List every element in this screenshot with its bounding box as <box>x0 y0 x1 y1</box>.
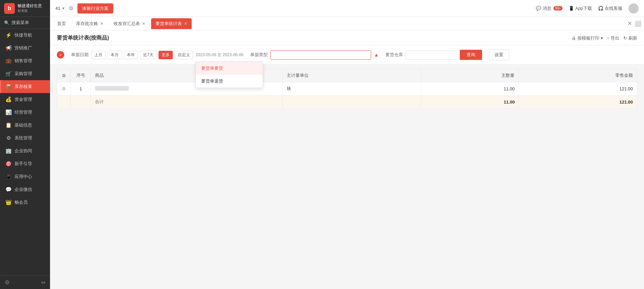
tab-close-inventory-batch[interactable]: ✕ <box>100 21 103 26</box>
row-seq: 1 <box>71 82 91 95</box>
sidebar-icon-quick-nav: ⚡ <box>5 32 12 38</box>
settings-icon[interactable]: ⚙ <box>5 279 9 286</box>
topbar: 41 ▾ ⚙ 体验行业方案 💬 消息 99+ 📱 App下载 🎧 在线客服 <box>50 0 644 17</box>
topbar-account: 41 ▾ <box>55 6 65 11</box>
sidebar-item-quick-nav[interactable]: ⚡ 快捷导航 <box>0 29 50 42</box>
online-service-btn[interactable]: 🎧 在线客服 <box>598 5 622 12</box>
warehouse-input[interactable] <box>406 50 469 60</box>
main-content: 41 ▾ ⚙ 体验行业方案 💬 消息 99+ 📱 App下载 🎧 在线客服 <box>50 0 644 289</box>
table-container: ⚙ 序号 商品 主计量单位 主数量 零售金额 ⚙ 1 块 11.00 121.0… <box>50 65 644 113</box>
sidebar-icon-basic-info: 📋 <box>5 122 12 128</box>
account-dropdown-icon[interactable]: ▾ <box>62 6 65 11</box>
date-label: 单据日期 <box>71 52 89 58</box>
sidebar-label-system: 系统管理 <box>15 135 32 141</box>
filter-settings-btn[interactable]: 设置 <box>489 49 509 60</box>
app-logo-icon: b <box>4 3 15 14</box>
filter-expand-btn[interactable]: » <box>57 51 64 59</box>
date-range: 2023-05-06 至 2023-06-06 <box>196 52 243 58</box>
tab-close-receive-summary[interactable]: ✕ <box>142 21 145 26</box>
sidebar-label-marketing: 营销推广 <box>15 45 32 51</box>
page-actions: 🖨 按模板打印 ▾ ↑ 导出 ↻ 刷新 <box>572 35 638 41</box>
row-quantity: 11.00 <box>421 82 519 95</box>
tab-close-order-stats[interactable]: ✕ <box>184 21 187 26</box>
sidebar-item-finance[interactable]: 💰 资金管理 <box>0 93 50 106</box>
tab-inventory-batch[interactable]: 库存批次账✕ <box>72 18 108 29</box>
sidebar-item-purchase[interactable]: 🛒 采购管理 <box>0 67 50 80</box>
sidebar-icon-app-center: 📱 <box>5 174 12 180</box>
date-btn-this-month[interactable]: 本月 <box>108 51 122 59</box>
date-btn-7days[interactable]: 近7天 <box>140 51 157 59</box>
row-amount: 121.00 <box>519 82 637 95</box>
maximize-btn[interactable]: ⬜ <box>635 20 641 27</box>
sidebar-icon-marketing: 📢 <box>5 45 12 51</box>
print-icon: 🖨 <box>572 36 576 41</box>
sidebar-item-marketing[interactable]: 📢 营销推广 <box>0 42 50 54</box>
dropdown-item-order[interactable]: 要货单要货 <box>196 62 263 75</box>
col-settings[interactable]: ⚙ <box>57 69 71 82</box>
type-dropdown-arrow[interactable]: ▲ <box>374 52 379 58</box>
sidebar-icon-members: 👑 <box>5 199 12 205</box>
date-btn-custom[interactable]: 自定义 <box>175 51 193 59</box>
sidebar-item-inventory[interactable]: 📦 库存核算 <box>0 80 50 93</box>
tab-label-order-stats: 要货单统计表 <box>156 21 182 27</box>
page-content: 要货单统计表(按商品) 🖨 按模板打印 ▾ ↑ 导出 ↻ 刷新 <box>50 30 644 289</box>
sidebar-item-basic-info[interactable]: 📋 基础信息 <box>0 119 50 132</box>
sidebar-label-quick-nav: 快捷导航 <box>15 32 32 38</box>
sidebar-label-app-center: 应用中心 <box>15 174 32 180</box>
tab-home[interactable]: 首页 <box>53 18 70 29</box>
export-icon: ↑ <box>607 36 610 41</box>
sidebar-item-guide[interactable]: 🎯 新手引导 <box>0 157 50 170</box>
col-unit: 主计量单位 <box>283 69 421 82</box>
filter-type-group: 单据类型 ▲ <box>250 50 379 60</box>
tab-order-stats[interactable]: 要货单统计表✕ <box>151 18 192 29</box>
sidebar-label-members: 畅会员 <box>15 199 28 205</box>
sidebar-item-members[interactable]: 👑 畅会员 <box>0 196 50 209</box>
close-tab-btn[interactable]: ✕ <box>627 20 632 27</box>
sidebar-item-system[interactable]: ⚙ 系统管理 <box>0 132 50 144</box>
date-btn-more[interactable]: 更多 <box>159 51 173 59</box>
messages-badge: 99+ <box>553 6 563 10</box>
messages-btn[interactable]: 💬 消息 99+ <box>536 5 563 12</box>
print-btn[interactable]: 🖨 按模板打印 ▾ <box>572 35 603 41</box>
industry-btn[interactable]: 体验行业方案 <box>77 3 113 14</box>
sidebar-nav: ⚡ 快捷导航📢 营销推广💼 销售管理🛒 采购管理📦 库存核算💰 资金管理📊 经营… <box>0 29 50 275</box>
sidebar-search[interactable]: 🔍 搜索菜单 <box>0 17 50 29</box>
sidebar-item-app-center[interactable]: 📱 应用中心 <box>0 170 50 183</box>
date-shortcuts: 上月 本月 本年 近7天 更多 自定义 <box>91 51 193 59</box>
date-btn-this-year[interactable]: 本年 <box>124 51 138 59</box>
filter-warehouse-group: 要货仓库 ⋯ <box>385 50 453 60</box>
tab-receive-summary[interactable]: 收发存汇总表✕ <box>109 18 150 29</box>
app-download-btn[interactable]: 📱 App下载 <box>569 5 592 12</box>
dropdown-item-return[interactable]: 要货单退货 <box>196 75 263 88</box>
refresh-btn[interactable]: ↻ 刷新 <box>623 35 637 41</box>
sidebar-icon-enterprise: 🏢 <box>5 148 12 154</box>
collapse-icon[interactable]: ⇔ <box>41 279 45 286</box>
total-quantity: 11.00 <box>421 95 519 109</box>
topbar-settings-icon[interactable]: ⚙ <box>69 5 73 12</box>
sidebar-label-guide: 新手引导 <box>15 161 32 167</box>
sidebar-item-operations[interactable]: 📊 经营管理 <box>0 106 50 119</box>
sidebar-icon-enterprise-wx: 💬 <box>5 186 12 193</box>
sidebar-label-sales: 销售管理 <box>15 58 32 64</box>
query-btn[interactable]: 查询 <box>460 50 482 60</box>
sidebar-item-enterprise[interactable]: 🏢 企业协同 <box>0 144 50 157</box>
tab-label-inventory-batch: 库存批次账 <box>76 21 98 27</box>
search-icon: 🔍 <box>4 20 9 25</box>
date-btn-last-month[interactable]: 上月 <box>91 51 105 59</box>
row-settings[interactable]: ⚙ <box>57 82 71 95</box>
app-download-icon: 📱 <box>569 6 574 11</box>
sidebar-item-enterprise-wx[interactable]: 💬 企业微信 <box>0 183 50 196</box>
type-label: 单据类型 <box>250 52 268 58</box>
user-avatar[interactable] <box>628 3 639 14</box>
headset-icon: 🎧 <box>598 6 603 11</box>
account-number: 41 <box>55 6 60 11</box>
sidebar-label-purchase: 采购管理 <box>15 71 32 77</box>
refresh-icon: ↻ <box>623 36 627 41</box>
type-input[interactable] <box>270 50 371 60</box>
sidebar-label-enterprise-wx: 企业微信 <box>15 186 32 193</box>
sidebar-item-sales[interactable]: 💼 销售管理 <box>0 54 50 67</box>
sidebar-icon-operations: 📊 <box>5 109 12 115</box>
export-btn[interactable]: ↑ 导出 <box>607 35 620 41</box>
messages-icon: 💬 <box>536 6 541 11</box>
col-seq: 序号 <box>71 69 91 82</box>
